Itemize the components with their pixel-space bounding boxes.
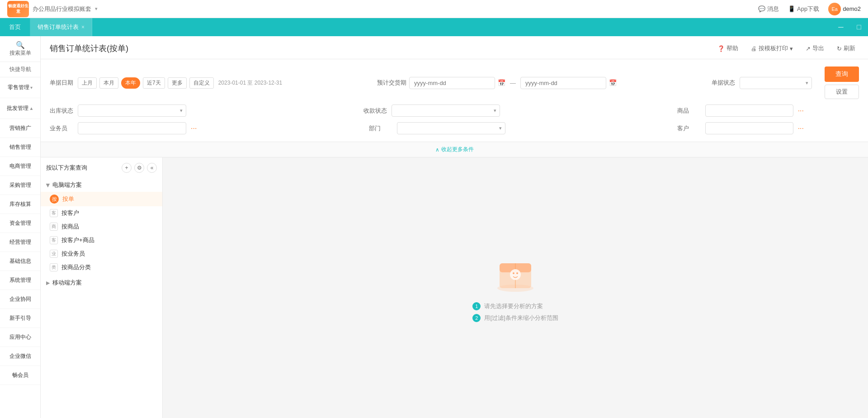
page-title: 销售订单统计表(按单) (50, 43, 128, 54)
sidebar-item-marketing[interactable]: 营销推广 (0, 119, 40, 138)
hint-text-2: 用[过滤]条件来缩小分析范围 (484, 314, 558, 322)
left-panel: 按以下方案查询 + ⚙ « ▶ 电脑端方案 按 按单 (41, 157, 163, 418)
sidebar-item-apps[interactable]: 应用中心 (0, 328, 40, 347)
this-year-btn[interactable]: 本年 (121, 77, 140, 89)
tab-sales-order-stats[interactable]: 销售订单统计表 × (30, 18, 92, 36)
date-range-text: 2023-01-01 至 2023-12-31 (218, 79, 282, 87)
order-status-select[interactable] (740, 77, 812, 89)
expected-date-end[interactable] (520, 77, 606, 89)
tree-item-by-salesperson[interactable]: 业 按业务员 (41, 247, 162, 261)
collapse-panel-btn[interactable]: « (147, 163, 157, 173)
tree-item-by-customer[interactable]: 客 按客户 (41, 206, 162, 220)
page-header: 销售订单统计表(按单) ❓ 帮助 🖨 按模板打印 ▾ ↗ 导出 ↻ 刷新 (41, 36, 868, 59)
salesperson-label: 业务员 (50, 124, 75, 133)
tree-item-by-product-cat[interactable]: 类 按商品分类 (41, 261, 162, 274)
ship-status-select[interactable] (78, 104, 186, 117)
customer-dots-icon[interactable]: ··· (798, 124, 804, 133)
tree-item-by-customer-product[interactable]: 客 按客户+商品 (41, 233, 162, 247)
query-btn[interactable]: 查询 (825, 66, 859, 82)
date-btn-group: 上月 本月 本年 近7天 更多 自定义 (78, 77, 214, 89)
action-buttons: 查询 设置 (825, 66, 859, 99)
customer-input[interactable] (705, 122, 793, 134)
sidebar-item-operations[interactable]: 经营管理 (0, 233, 40, 252)
sidebar-item-basic[interactable]: 基础信息 (0, 252, 40, 271)
settings-scheme-btn[interactable]: ⚙ (134, 163, 144, 173)
hints: 1 请先选择要分析的方案 2 用[过滤]条件来缩小分析范围 (472, 302, 558, 326)
sidebar-item-wholesale[interactable]: 批发管理 ▲ (0, 98, 40, 119)
order-status-label: 单据状态 (712, 79, 737, 87)
expected-date-start[interactable] (409, 77, 495, 89)
sidebar-item-wechat[interactable]: 企业微信 (0, 347, 40, 366)
custom-btn[interactable]: 自定义 (189, 77, 214, 89)
more-btn[interactable]: 更多 (168, 77, 187, 89)
page-actions: ❓ 帮助 🖨 按模板打印 ▾ ↗ 导出 ↻ 刷新 (714, 43, 859, 54)
sidebar-item-ecommerce[interactable]: 电商管理 (0, 157, 40, 176)
maximize-btn[interactable]: □ (850, 18, 868, 36)
empty-state: 1 请先选择要分析的方案 2 用[过滤]条件来缩小分析范围 (472, 250, 558, 326)
sidebar-item-enterprise[interactable]: 企业协同 (0, 290, 40, 309)
top-bar-left: 畅捷通好生意 办公用品行业模拟账套 ▾ (7, 1, 98, 17)
add-scheme-btn[interactable]: + (122, 163, 132, 173)
payment-status-col: 收款状态 ▾ (363, 104, 500, 117)
by-customer-icon: 客 (50, 209, 58, 217)
sidebar-search[interactable]: 🔍 搜索菜单 (0, 36, 40, 62)
tree-item-by-product[interactable]: 商 按商品 (41, 220, 162, 233)
left-panel-actions: + ⚙ « (122, 163, 157, 173)
settings-btn[interactable]: 设置 (825, 85, 859, 99)
sidebar-item-purchase[interactable]: 采购管理 (0, 176, 40, 195)
sidebar-item-finance[interactable]: 资金管理 (0, 214, 40, 233)
print-btn[interactable]: 🖨 按模板打印 ▾ (747, 43, 797, 54)
calendar-icon-2[interactable]: 📅 (609, 79, 617, 86)
department-select[interactable] (397, 122, 505, 134)
help-btn[interactable]: ❓ 帮助 (714, 43, 742, 54)
svg-point-4 (510, 269, 521, 280)
last-month-btn[interactable]: 上月 (78, 77, 97, 89)
sidebar-item-sales[interactable]: 销售管理 (0, 138, 40, 157)
sidebar-item-system[interactable]: 系统管理 (0, 271, 40, 290)
hint-num-2: 2 (472, 314, 481, 322)
main-layout: 🔍 搜索菜单 快捷导航 零售管理 ▾ 批发管理 ▲ 营销推广 销售管理 电商管理… (0, 36, 868, 418)
hint-item-1: 1 请先选择要分析的方案 (472, 302, 558, 310)
sidebar-item-member[interactable]: 畅会员 (0, 366, 40, 385)
product-input[interactable] (705, 104, 793, 117)
salesperson-dots-icon[interactable]: ··· (191, 124, 197, 133)
calendar-icon-1[interactable]: 📅 (498, 79, 505, 86)
left-panel-header: 按以下方案查询 + ⚙ « (41, 163, 162, 176)
user-profile[interactable]: Ea demo2 (828, 3, 861, 15)
minimize-btn[interactable]: ─ (832, 18, 850, 36)
refresh-btn[interactable]: ↻ 刷新 (833, 43, 859, 54)
department-col: 部门 ▾ (369, 122, 505, 134)
sidebar-shortcut[interactable]: 快捷导航 (0, 62, 40, 77)
last7days-btn[interactable]: 近7天 (143, 77, 165, 89)
pc-section-title[interactable]: ▶ 电脑端方案 (41, 178, 162, 192)
customer-label: 客户 (677, 124, 703, 133)
message-btn[interactable]: 💬 消息 (758, 5, 779, 13)
payment-status-select[interactable] (392, 104, 500, 117)
tree-item-by-order[interactable]: 按 按单 (41, 192, 162, 206)
salesperson-input[interactable] (78, 122, 186, 134)
product-dots-icon[interactable]: ··· (798, 107, 804, 115)
ship-status-label: 出库状态 (50, 107, 75, 115)
app-dropdown-icon[interactable]: ▾ (95, 6, 98, 12)
sidebar-item-retail[interactable]: 零售管理 ▾ (0, 77, 40, 98)
app-logo: 畅捷通好生意 (7, 1, 29, 17)
mobile-section-title[interactable]: ▶ 移动端方案 (41, 276, 162, 290)
department-label: 部门 (369, 124, 394, 133)
sidebar: 🔍 搜索菜单 快捷导航 零售管理 ▾ 批发管理 ▲ 营销推广 销售管理 电商管理… (0, 36, 41, 418)
tab-close-icon[interactable]: × (81, 24, 85, 30)
hint-item-2: 2 用[过滤]条件来缩小分析范围 (472, 314, 558, 322)
export-btn[interactable]: ↗ 导出 (802, 43, 828, 54)
date-label: 单据日期 (50, 79, 75, 87)
tab-home[interactable]: 首页 (0, 18, 30, 36)
department-select-wrap: ▾ (397, 122, 505, 134)
this-month-btn[interactable]: 本月 (99, 77, 118, 89)
sidebar-item-inventory[interactable]: 库存核算 (0, 195, 40, 214)
retail-arrow-icon: ▾ (30, 85, 33, 90)
product-col: 商品 ··· (677, 104, 804, 117)
sidebar-item-newbie[interactable]: 新手引导 (0, 309, 40, 328)
print-icon: 🖨 (751, 45, 757, 52)
app-download-btn[interactable]: 📱 App下载 (788, 5, 819, 13)
collapse-bar[interactable]: ∧ 收起更多条件 (41, 142, 868, 157)
product-label: 商品 (677, 107, 703, 115)
by-order-icon: 按 (50, 195, 59, 204)
